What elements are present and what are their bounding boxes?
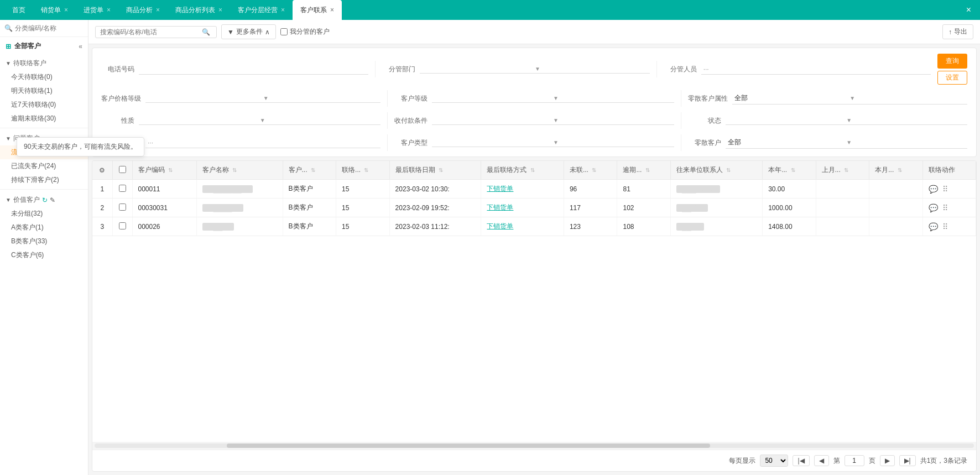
sidebar-item-b-class[interactable]: B类客户(33) [0,234,88,248]
tab-product-list[interactable]: 商品分析列表 × [168,0,230,20]
next-page-button[interactable]: ▶ [880,455,895,466]
row-check-2[interactable] [119,222,126,229]
tab-product-list-close[interactable]: × [218,6,222,14]
tab-home[interactable]: 首页 [4,0,33,20]
sidebar-item-tomorrow[interactable]: 明天待联络(1) [0,84,88,98]
window-close-icon[interactable]: × [962,5,976,15]
gender-select[interactable]: ▼ [139,116,380,125]
row-last-method[interactable]: 下销货单 [481,199,564,217]
sidebar-item-a-class[interactable]: A类客户(1) [0,221,88,234]
action-more-icon[interactable]: ⠿ [942,203,948,212]
filter-customer-level: 客户等级 ▼ [394,94,674,103]
row-last-method[interactable]: 下销货单 [481,180,564,199]
col-last-month[interactable]: 上月... ⇅ [816,161,869,180]
phone-input[interactable] [139,64,368,75]
tab-purchase-close[interactable]: × [107,6,111,14]
horizontal-scrollbar[interactable] [92,442,976,450]
sidebar-all-customers[interactable]: ⊞ 全部客户 « [0,37,88,55]
col-this-year[interactable]: 本年... ⇅ [763,161,816,180]
tab-customer-contact-close[interactable]: × [330,6,334,14]
settings-button[interactable]: 设置 [937,71,967,85]
action-more-icon[interactable]: ⠿ [942,185,948,194]
first-page-button[interactable]: |◀ [793,455,809,466]
select-all-checkbox[interactable] [119,166,126,173]
my-customers-check[interactable] [280,28,288,35]
col-type[interactable]: 客户... ⇅ [283,161,336,180]
sidebar-search-input[interactable] [15,24,88,32]
tab-sales[interactable]: 销货单 × [33,0,76,20]
sidebar-item-today[interactable]: 今天待联络(0) [0,70,88,84]
payment-arrow-icon: ▼ [553,117,672,123]
filter-price-level: 客户价格等级 ▼ [101,94,380,103]
person-select[interactable]: ··· [701,64,931,75]
sort-tm-icon: ⇅ [898,167,902,173]
col-overdue[interactable]: 逾期... ⇅ [617,161,671,180]
price-level-select[interactable]: ▼ [145,94,380,103]
col-last-date[interactable]: 最后联络日期 ⇅ [389,161,481,180]
col-last-method[interactable]: 最后联络方式 ⇅ [481,161,564,180]
sidebar-item-overdue[interactable]: 逾期未联络(30) [0,112,88,126]
tab-purchase[interactable]: 进货单 × [76,0,118,20]
query-button[interactable]: 查询 [937,54,967,69]
row-actions: 💬 ⠿ [922,217,976,236]
sort-overdue-icon: ⇅ [645,167,650,173]
phone-label: 电话号码 [101,65,134,74]
dept-select[interactable]: ▼ [420,65,649,74]
zero-customer-select[interactable]: 全部 ▼ [726,137,967,149]
sidebar-item-c-class[interactable]: C类客户(6) [0,248,88,262]
sidebar-item-declining[interactable]: 持续下滑客户(2) [0,173,88,187]
customer-type-select[interactable]: ▼ [432,138,674,147]
table-scroll[interactable]: ⚙ 客户编码 ⇅ 客户名称 ⇅ 客户... ⇅ 联络... ⇅ 最后联络日期 ⇅… [92,161,976,442]
tab-sales-close[interactable]: × [64,6,68,14]
col-name[interactable]: 客户名称 ⇅ [196,161,283,180]
chevron-icon: ∧ [265,28,270,36]
tab-product-analysis-close[interactable]: × [156,6,160,14]
sidebar-group-pending-label: 待联络客户 [13,59,46,68]
col-contact[interactable]: 联络... ⇅ [336,161,390,180]
export-button[interactable]: ↑ 导出 [942,24,973,39]
refresh-icon[interactable]: ↻ [42,196,48,204]
filter-payment: 收付款条件 ▼ [394,116,674,126]
col-this-month[interactable]: 本月... ⇅ [869,161,923,180]
sidebar-group-value[interactable]: ▼ 价值客户 ↻ ✎ [0,192,88,207]
per-page-select[interactable]: 50 100 [760,455,788,467]
table-row: 3 000026 ██ B类客户 15 2023-02-03 11:12: 下销… [92,217,976,236]
action-chat-icon[interactable]: 💬 [929,203,938,212]
edit-icon[interactable]: ✎ [50,196,55,204]
tab-customer-layer-close[interactable]: × [281,6,285,14]
action-chat-icon[interactable]: 💬 [929,185,938,194]
action-chat-icon[interactable]: 💬 [929,222,938,231]
page-number-input[interactable] [845,455,864,466]
customer-level-select[interactable]: ▼ [432,94,674,103]
row-type: B类客户 [283,199,336,217]
row-check-0[interactable] [119,185,126,192]
row-code: 000011 [132,180,196,199]
sidebar-item-ungroup[interactable]: 未分组(32) [0,207,88,221]
row-check-1[interactable] [119,203,126,211]
col-no-contact[interactable]: 未联... ⇅ [564,161,617,180]
search-icon[interactable]: 🔍 [202,28,210,36]
sidebar-group-pending[interactable]: ▼ 待联络客户 [0,55,88,70]
last-page-button[interactable]: ▶| [899,455,916,466]
tab-product-analysis[interactable]: 商品分析 × [118,0,168,20]
sidebar-item-churned[interactable]: 已流失客户(24) [0,159,88,173]
tab-customer-layer[interactable]: 客户分层经营 × [230,0,293,20]
col-code[interactable]: 客户编码 ⇅ [132,161,196,180]
col-settings[interactable]: ⚙ [92,161,112,180]
search-input[interactable] [100,28,200,36]
row-last-month [816,180,869,199]
tab-customer-contact[interactable]: 客户联系 × [293,0,342,20]
payment-select[interactable]: ▼ [432,116,674,125]
zero-attr-select[interactable]: 全部 ▼ [732,92,967,105]
tab-home-label: 首页 [12,6,25,15]
col-contact-person[interactable]: 往来单位联系人 ⇅ [671,161,763,180]
region-select[interactable]: ··· [145,138,380,148]
sidebar-item-7days[interactable]: 近7天待联络(0) [0,98,88,112]
my-customers-checkbox[interactable]: 我分管的客户 [280,27,330,36]
prev-page-button[interactable]: ◀ [814,455,829,466]
more-filter-button[interactable]: ▼ 更多条件 ∧ [221,24,276,39]
row-this-year: 1000.00 [763,199,816,217]
status-select[interactable]: ▼ [726,116,967,125]
row-last-method[interactable]: 下销货单 [481,217,564,236]
action-more-icon[interactable]: ⠿ [942,222,948,231]
